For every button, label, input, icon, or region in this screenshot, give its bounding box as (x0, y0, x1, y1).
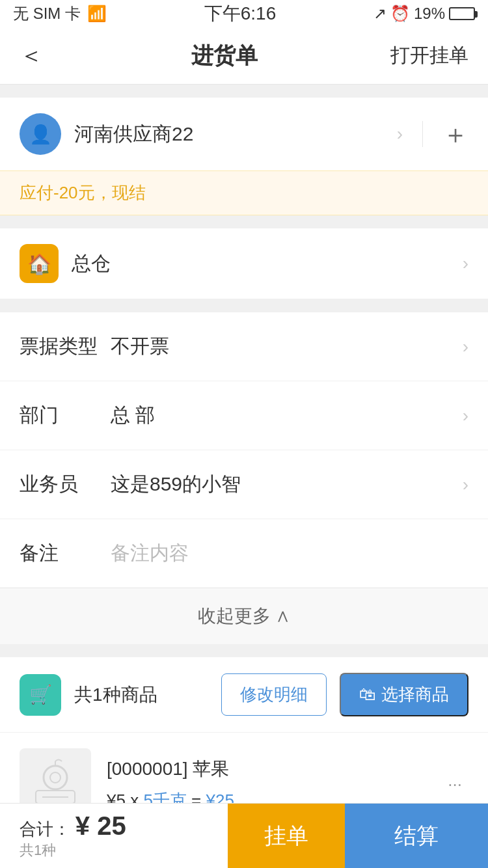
remark-row[interactable]: 备注 备注内容 (0, 519, 488, 588)
dept-arrow-icon: › (463, 405, 468, 426)
product-section-icon: 🛒 (20, 674, 61, 716)
product-thumb-svg (29, 758, 81, 810)
total-section: 合计： ¥ 25 共1种 (0, 811, 228, 860)
battery-icon (449, 7, 475, 20)
open-hang-button[interactable]: 打开挂单 (390, 42, 468, 69)
dept-value: 总 部 (111, 402, 463, 429)
edit-detail-button[interactable]: 修改明细 (221, 673, 327, 716)
supplier-add-button[interactable]: ＋ (442, 116, 468, 152)
product-more-button[interactable]: ··· (441, 768, 468, 801)
product-title: 苹果 (193, 759, 229, 779)
select-product-label: 选择商品 (381, 683, 449, 706)
form-section: 票据类型 不开票 › 部门 总 部 › 业务员 这是859的小智 › 备注 备注… (0, 312, 488, 644)
gap-1 (0, 85, 488, 98)
sales-row[interactable]: 业务员 这是859的小智 › (0, 450, 488, 519)
product-count-label: 共1种商品 (74, 683, 208, 707)
status-left: 无 SIM 卡 📶 (13, 3, 107, 24)
status-time: 下午6:16 (204, 1, 277, 26)
total-label: 合计： (20, 819, 70, 839)
hang-button[interactable]: 挂单 (228, 804, 345, 869)
supplier-avatar-icon: 👤 (29, 124, 52, 145)
remark-placeholder[interactable]: 备注内容 (111, 540, 468, 567)
select-product-button[interactable]: 🛍 选择商品 (340, 673, 468, 716)
nav-bar: ＜ 进货单 打开挂单 (0, 27, 488, 85)
warehouse-name: 总仓 (72, 251, 463, 277)
invoice-value: 不开票 (111, 333, 463, 360)
sales-arrow-icon: › (463, 474, 468, 495)
product-code: [0000001] (107, 759, 188, 779)
svg-point-1 (50, 772, 61, 783)
total-amount: ¥ 25 (75, 811, 126, 840)
invoice-label: 票据类型 (20, 333, 111, 360)
select-product-icon: 🛍 (359, 685, 376, 705)
warning-banner: 应付-20元，现结 (0, 170, 488, 215)
battery-percent: 19% (414, 5, 445, 23)
total-count: 共1种 (20, 841, 208, 860)
warehouse-row[interactable]: 🏠 总仓 › (0, 228, 488, 299)
warehouse-arrow-icon: › (463, 253, 468, 274)
product-header: 🛒 共1种商品 修改明细 🛍 选择商品 (0, 657, 488, 732)
gap-3 (0, 299, 488, 312)
alarm-icon: ⏰ (390, 5, 410, 23)
location-icon: ↗ (373, 5, 386, 23)
checkout-button[interactable]: 结算 (345, 804, 488, 869)
sales-value: 这是859的小智 (111, 471, 463, 498)
supplier-avatar: 👤 (20, 113, 61, 155)
svg-point-0 (44, 766, 67, 789)
supplier-section: 👤 河南供应商22 › ＋ 应付-20元，现结 (0, 98, 488, 215)
invoice-row[interactable]: 票据类型 不开票 › (0, 312, 488, 381)
cart-icon: 🛒 (29, 684, 52, 705)
supplier-divider (422, 121, 423, 147)
back-button[interactable]: ＜ (20, 40, 59, 72)
invoice-arrow-icon: › (463, 336, 468, 357)
sales-label: 业务员 (20, 471, 111, 498)
warehouse-icon: 🏠 (20, 244, 59, 283)
remark-label: 备注 (20, 540, 111, 567)
wifi-icon: 📶 (87, 5, 107, 23)
carrier-label: 无 SIM 卡 (13, 3, 81, 24)
gap-4 (0, 644, 488, 657)
gap-2 (0, 215, 488, 228)
status-bar: 无 SIM 卡 📶 下午6:16 ↗ ⏰ 19% (0, 0, 488, 27)
warehouse-section: 🏠 总仓 › (0, 228, 488, 299)
page-title: 进货单 (191, 41, 258, 71)
product-name: [0000001] 苹果 (107, 757, 441, 781)
supplier-arrow-icon: › (397, 124, 403, 144)
supplier-name: 河南供应商22 (74, 121, 397, 148)
dept-row[interactable]: 部门 总 部 › (0, 381, 488, 450)
bottom-bar: 合计： ¥ 25 共1种 挂单 结算 (0, 803, 488, 868)
collapse-button[interactable]: 收起更多 ∧ (0, 588, 488, 644)
supplier-row[interactable]: 👤 河南供应商22 › ＋ (0, 98, 488, 170)
status-right: ↗ ⏰ 19% (373, 5, 475, 23)
total-row: 合计： ¥ 25 (20, 811, 208, 841)
dept-label: 部门 (20, 402, 111, 429)
